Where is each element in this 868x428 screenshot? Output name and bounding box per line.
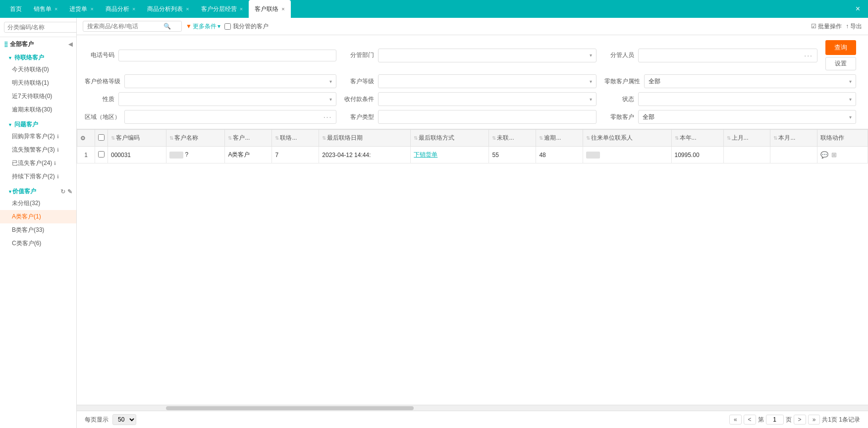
phone-label: 电话号码	[85, 51, 114, 59]
sidebar-item-b-class[interactable]: B类客户(33)	[0, 223, 76, 237]
retail-customer-select[interactable]: 全部 ▾	[638, 110, 856, 124]
sidebar-item-a-class[interactable]: A类客户(1)	[0, 210, 76, 223]
name-placeholder	[169, 152, 183, 159]
nav-tab-customer-contact[interactable]: 客户联络 ×	[249, 0, 290, 18]
refresh-icon[interactable]: ↻	[60, 188, 65, 195]
row-unit-contact	[583, 147, 671, 163]
sidebar-item-7days[interactable]: 近7天待联络(0)	[0, 90, 76, 103]
message-icon[interactable]: 💬	[820, 151, 828, 159]
col-sort-icon: ⇅	[169, 135, 173, 141]
sidebar-pending-label[interactable]: ▼ 待联络客户	[0, 52, 76, 63]
row-checkbox[interactable]	[98, 151, 105, 158]
phone-input[interactable]	[118, 50, 336, 61]
chevron-down-icon: ▾	[590, 79, 592, 84]
sidebar-item-overdue[interactable]: 逾期未联络(30)	[0, 103, 76, 116]
settings-button[interactable]: 设置	[825, 57, 856, 70]
price-level-select[interactable]: ▾	[124, 74, 336, 88]
nav-tab-analysis-list[interactable]: 商品分析列表 ×	[141, 0, 195, 18]
close-icon[interactable]: ×	[281, 6, 284, 12]
sidebar-item-churn-warning[interactable]: 流失预警客户(3) ℹ	[0, 143, 76, 157]
scroll-thumb[interactable]	[166, 406, 414, 410]
col-sort-icon: ⇅	[675, 135, 679, 141]
sidebar-all-customers[interactable]: ⣿ 全部客户 ◀	[0, 37, 76, 52]
export-btn[interactable]: ↑ 导出	[846, 22, 862, 31]
status-select[interactable]: ▾	[638, 92, 856, 106]
row-last-method[interactable]: 下销货单	[411, 147, 489, 163]
payment-select[interactable]: ▾	[378, 92, 596, 106]
sidebar-value-label[interactable]: ▼ 价值客户 ↻ ✎	[0, 185, 76, 197]
more-filter-btn[interactable]: ▼ 更多条件 ▾	[186, 22, 220, 31]
collapse-icon[interactable]: ◀	[68, 41, 72, 48]
filter-row-3: 性质 ▾ 收付款条件 ▾ 状态	[85, 92, 860, 106]
filter-bar: 🔍 ▼ 更多条件 ▾ 我分管的客户 ☑ 批量操作 ↑ 导出	[77, 18, 868, 35]
row-name: ?	[166, 147, 225, 163]
retail-attr-label: 零散客户属性	[604, 77, 640, 86]
first-page-btn[interactable]: «	[729, 415, 742, 425]
triangle-icon: ▼	[8, 55, 12, 60]
col-sort-icon: ⇅	[773, 135, 777, 141]
search-icon[interactable]: 🔍	[163, 23, 171, 30]
last-method-link[interactable]: 下销货单	[414, 151, 437, 158]
my-customers-checkbox[interactable]	[224, 23, 231, 30]
retail-attr-select[interactable]: 全部 ▾	[644, 74, 856, 88]
close-icon[interactable]: ×	[54, 6, 57, 12]
status-label: 状态	[604, 95, 634, 104]
customer-level-select[interactable]: ▾	[378, 74, 596, 88]
sidebar-item-tomorrow[interactable]: 明天待联络(1)	[0, 76, 76, 90]
settings-icon[interactable]: ⚙	[80, 135, 86, 142]
col-unit-contact: ⇅ 往来单位联系人	[583, 130, 671, 147]
window-close-icon[interactable]: ×	[852, 4, 864, 13]
col-sort-icon: ⇅	[414, 135, 418, 141]
select-all-checkbox[interactable]	[98, 134, 105, 141]
nav-home[interactable]: 首页	[4, 0, 28, 18]
query-button[interactable]: 查询	[825, 40, 856, 55]
sidebar-item-declining[interactable]: 持续下滑客户(2) ℹ	[0, 170, 76, 183]
my-customers-filter[interactable]: 我分管的客户	[224, 22, 269, 31]
close-icon[interactable]: ×	[240, 6, 243, 12]
nav-tab-sales[interactable]: 销售单 ×	[28, 0, 63, 18]
search-input[interactable]	[87, 23, 162, 30]
area-select[interactable]: ···	[124, 110, 336, 124]
payment-label: 收付款条件	[344, 95, 374, 104]
main-layout: 🔍 ⣿ 全部客户 ◀ ▼ 待联络客户 今天待联络(0) 明天待联络(1) 近7天…	[0, 18, 868, 428]
customer-level-label: 客户等级	[344, 77, 374, 86]
batch-op-btn[interactable]: ☑ 批量操作	[811, 22, 842, 31]
dept-select[interactable]: ▾	[378, 49, 596, 62]
nav-tab-analysis[interactable]: 商品分析 ×	[100, 0, 141, 18]
last-page-btn[interactable]: »	[808, 415, 820, 425]
sidebar-item-c-class[interactable]: C类客户(6)	[0, 237, 76, 250]
close-icon[interactable]: ×	[132, 6, 135, 12]
sidebar-item-today[interactable]: 今天待联络(0)	[0, 63, 76, 76]
close-icon[interactable]: ×	[90, 6, 93, 12]
edit-icon[interactable]: ✎	[67, 188, 72, 195]
per-page-select[interactable]: 50	[112, 414, 136, 425]
sidebar-problem-label[interactable]: ▼ 问题客户	[0, 118, 76, 130]
col-checkbox[interactable]	[95, 130, 108, 147]
nav-tab-purchase[interactable]: 进货单 ×	[63, 0, 99, 18]
customer-type-select[interactable]	[378, 110, 596, 124]
next-page-btn[interactable]: >	[794, 415, 806, 425]
filter-icon: ▼	[186, 23, 192, 30]
filter-cell-person: 分管人员 ··· 查询 设置	[600, 40, 860, 70]
page-number-input[interactable]	[766, 415, 784, 425]
area-label: 区域（地区）	[85, 113, 120, 121]
horizontal-scrollbar[interactable]	[77, 405, 868, 411]
row-checkbox-cell[interactable]	[95, 147, 108, 163]
nature-select[interactable]: ▾	[118, 92, 336, 106]
sidebar-item-ungroup[interactable]: 未分组(32)	[0, 197, 76, 210]
person-select[interactable]: ···	[638, 49, 817, 62]
info-icon: ℹ	[57, 147, 59, 153]
retail-customer-label: 零散客户	[604, 113, 634, 121]
qrcode-icon[interactable]: ⊞	[831, 151, 837, 159]
close-icon[interactable]: ×	[186, 6, 189, 12]
col-settings[interactable]: ⚙	[77, 130, 95, 147]
nav-tab-customer-layer[interactable]: 客户分层经营 ×	[195, 0, 249, 18]
chevron-down-icon: ▾	[590, 53, 592, 58]
row-this-year: 10995.00	[671, 147, 723, 163]
sidebar-item-abnormal[interactable]: 回购异常客户(2) ℹ	[0, 130, 76, 143]
sidebar-search-input[interactable]	[4, 22, 77, 33]
col-actions: 联络动作	[817, 130, 868, 147]
sidebar-item-churned[interactable]: 已流失客户(24) ℹ	[0, 157, 76, 170]
filter-row-4: 区域（地区） ··· 客户类型 零散客户 全部 ▾	[85, 110, 860, 124]
prev-page-btn[interactable]: <	[744, 415, 756, 425]
